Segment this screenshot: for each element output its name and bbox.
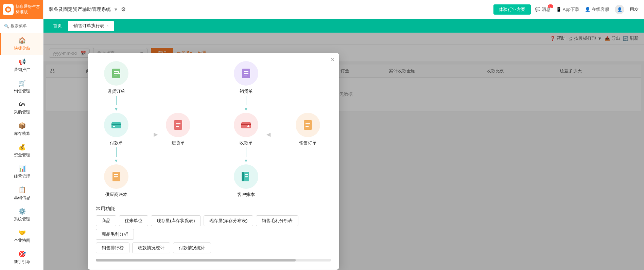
settings-icon[interactable]: ⚙ xyxy=(121,6,126,13)
service-icon: 👤 xyxy=(585,7,590,12)
online-service-action[interactable]: 👤 在线客服 xyxy=(585,6,609,13)
app-download-action[interactable]: 📱 App下载 xyxy=(556,6,579,13)
common-btn-sale-rank[interactable]: 销售排行榜 xyxy=(96,242,129,253)
purchase-icon: 🛍 xyxy=(19,101,25,108)
flow-node-customer-ledger: 客户账本 xyxy=(226,164,266,198)
supplier-ledger-icon xyxy=(104,164,128,189)
common-buttons-row2: 销售排行榜 收款情况统计 付款情况统计 xyxy=(96,242,331,253)
arrow-down-4: ▼ xyxy=(244,158,248,163)
collection-icon xyxy=(234,113,258,137)
sidebar-item-quick-nav[interactable]: 🏠 快捷导航 xyxy=(0,33,43,55)
sidebar-logo: 畅 畅康通好生意 标准版 xyxy=(0,0,43,19)
tab-home[interactable]: 首页 xyxy=(48,21,67,31)
popup-close-button[interactable]: × xyxy=(331,56,334,64)
logo-text: 畅康通好生意 标准版 xyxy=(16,4,40,15)
sidebar: 畅 畅康通好生意 标准版 🔍 搜索菜单 🏠 快捷导航 📢 营销推广 xyxy=(0,0,43,270)
common-btn-collection-stats[interactable]: 收款情况统计 xyxy=(132,242,170,253)
tab-sales-order[interactable]: 销售订单执行表 × xyxy=(68,21,114,31)
payment-icon xyxy=(104,113,128,137)
topbar: 装备及固定资产辅助管理系统 ▼ ⚙ 体验行业方案 💬 消息 6 📱 App下载 … xyxy=(43,0,644,19)
flow-node-collection: 收款单 xyxy=(226,113,266,146)
common-btn-goods[interactable]: 商品 xyxy=(96,215,116,226)
purchase-receipt-label: 进货单 xyxy=(172,140,185,146)
arrow-v-4 xyxy=(246,147,246,157)
customer-ledger-icon xyxy=(234,164,258,189)
flow-node-supplier-ledger: 供应商账本 xyxy=(96,164,137,198)
common-btn-partners[interactable]: 往来单位 xyxy=(119,215,148,226)
sale-order-icon xyxy=(296,113,320,137)
svg-rect-22 xyxy=(241,124,251,125)
topbar-title: 装备及固定资产辅助管理系统 ▼ ⚙ xyxy=(49,6,489,13)
common-btn-goods-profit[interactable]: 商品毛利分析 xyxy=(96,229,134,240)
arrow-v-1 xyxy=(116,96,117,105)
message-icon: 💬 xyxy=(535,7,540,12)
operations-icon: 📊 xyxy=(18,165,26,172)
sidebar-item-enterprise[interactable]: 🤝 企业协同 xyxy=(0,226,43,247)
sales-icon: 🛒 xyxy=(18,79,26,87)
purchase-receipt-icon xyxy=(166,113,190,137)
arrow-h-2: ◀ xyxy=(266,122,288,138)
common-btn-stock-status[interactable]: 现存量(库存状况表) xyxy=(151,215,201,226)
tabbar: 首页 销售订单执行表 × xyxy=(43,19,644,33)
sidebar-nav: 🏠 快捷导航 📢 营销推广 🛒 销售管理 🛍 采购管理 📦 库存核算 💰 xyxy=(0,33,43,270)
tab-close-icon[interactable]: × xyxy=(106,24,108,28)
sidebar-item-operations[interactable]: 📊 经营管理 xyxy=(0,161,43,183)
arrow-down-2: ▼ xyxy=(114,158,119,163)
popup-scrollbar[interactable] xyxy=(96,259,331,262)
purchase-order-icon xyxy=(104,61,128,86)
sale-order-label: 销售订单 xyxy=(299,140,317,146)
main-content: 装备及固定资产辅助管理系统 ▼ ⚙ 体验行业方案 💬 消息 6 📱 App下载 … xyxy=(43,0,644,270)
newbie-icon: 🎯 xyxy=(18,250,26,258)
svg-text:畅: 畅 xyxy=(6,8,10,12)
enterprise-icon: 🤝 xyxy=(18,229,26,236)
purchase-order-label: 进货订单 xyxy=(107,88,125,94)
svg-rect-6 xyxy=(111,122,121,128)
flow-node-payment: 付款单 xyxy=(96,113,137,146)
sidebar-item-purchase[interactable]: 🛍 采购管理 xyxy=(0,97,43,119)
arrow-down-3: ▼ xyxy=(244,107,248,111)
supplier-ledger-label: 供应商账本 xyxy=(105,192,127,198)
flow-node-purchase-receipt: 进货单 xyxy=(158,113,198,146)
system-dropdown-icon[interactable]: ▼ xyxy=(114,7,118,12)
sidebar-item-newbie[interactable]: 🎯 新手引导 xyxy=(0,247,43,268)
flow-node-purchase-order: 进货订单 xyxy=(96,61,137,94)
page-content: ❓ 帮助 🖨 按模板打印 ▼ 📤 导出 🔄 刷新 xyxy=(43,33,644,270)
system-icon: ⚙️ xyxy=(18,208,26,215)
sidebar-item-system[interactable]: ⚙️ 系统管理 xyxy=(0,204,43,226)
svg-rect-21 xyxy=(241,122,251,128)
arrow-v-2 xyxy=(116,147,117,157)
basics-icon: 📋 xyxy=(18,186,26,194)
download-icon: 📱 xyxy=(556,7,561,12)
common-btn-payment-stats[interactable]: 付款情况统计 xyxy=(173,242,211,253)
svg-point-23 xyxy=(247,125,249,127)
arrow-down-1: ▼ xyxy=(114,107,119,111)
sidebar-item-basics[interactable]: 📋 基础信息 xyxy=(0,183,43,204)
search-menu-button[interactable]: 🔍 搜索菜单 xyxy=(3,22,40,30)
customer-ledger-label: 客户账本 xyxy=(237,192,255,198)
sidebar-item-inventory[interactable]: 📦 库存核算 xyxy=(0,119,43,140)
arrow-h-1: ▶ xyxy=(137,122,158,138)
common-buttons-row1: 商品 往来单位 现存量(库存状况表) 现存量(库存分布表) 销售毛利分析表 商品… xyxy=(96,215,331,240)
sidebar-search[interactable]: 🔍 搜索菜单 xyxy=(0,19,43,33)
arrow-v-3 xyxy=(246,96,246,105)
flow-node-sale-order: 销售订单 xyxy=(288,113,328,146)
finance-icon: 💰 xyxy=(18,143,26,151)
sidebar-item-sales[interactable]: 🛒 销售管理 xyxy=(0,76,43,97)
sale-receipt-label: 销货单 xyxy=(240,88,253,94)
flow-node-sale-receipt: 销货单 xyxy=(226,61,266,94)
logo-icon: 畅 xyxy=(3,4,14,15)
common-btn-stock-dist[interactable]: 现存量(库存分布表) xyxy=(204,215,254,226)
popup-dialog: × 进货订单 xyxy=(88,53,339,270)
marketing-icon: 📢 xyxy=(18,58,26,66)
payment-label: 付款单 xyxy=(110,140,123,146)
sidebar-item-marketing[interactable]: 📢 营销推广 xyxy=(0,55,43,76)
common-btn-sale-profit[interactable]: 销售毛利分析表 xyxy=(256,215,298,226)
inventory-icon: 📦 xyxy=(18,122,26,129)
experience-btn[interactable]: 体验行业方案 xyxy=(493,4,531,15)
topbar-right: 💬 消息 6 📱 App下载 👤 在线客服 👤 用友 xyxy=(535,5,639,14)
sidebar-item-finance[interactable]: 💰 资金管理 xyxy=(0,140,43,161)
home-icon: 🏠 xyxy=(18,37,26,44)
message-action[interactable]: 💬 消息 6 xyxy=(535,6,551,13)
avatar: 👤 xyxy=(615,5,624,14)
common-functions: 常用功能 商品 往来单位 现存量(库存状况表) 现存量(库存分布表) 销售毛利分… xyxy=(96,206,331,253)
